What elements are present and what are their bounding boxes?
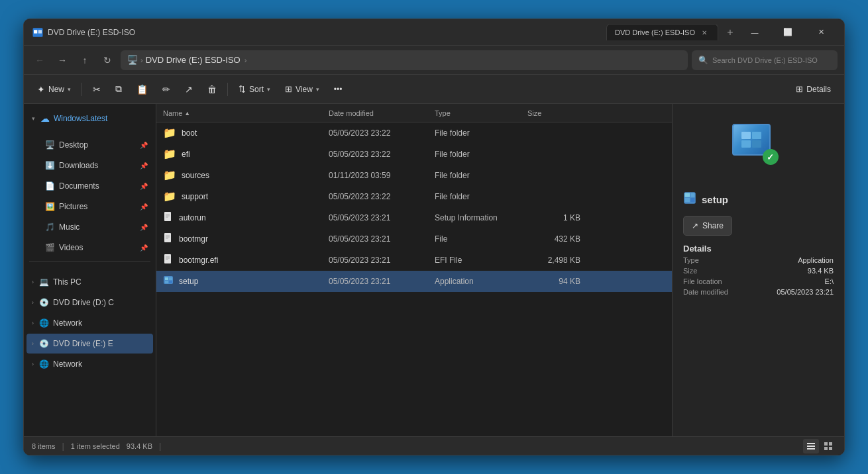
svg-rect-16 [165,277,168,280]
svg-rect-30 [824,447,828,450]
back-button[interactable]: ← [30,51,49,70]
sidebar-item-downloads[interactable]: ⬇️ Downloads 📌 [27,156,153,175]
table-row[interactable]: 📁support 05/05/2023 23:22 File folder [156,186,672,207]
tab-close-btn[interactable]: ✕ [699,27,710,38]
title-bar: DVD Drive (E:) ESD-ISO DVD Drive (E:) ES… [24,19,844,46]
active-tab[interactable]: DVD Drive (E:) ESD-ISO ✕ [606,24,718,40]
sidebar-item-dvd-e[interactable]: › 💿 DVD Drive (E:) E [27,334,153,354]
documents-icon: 📄 [45,181,55,191]
minimize-button[interactable]: — [739,23,770,42]
breadcrumb-path[interactable]: DVD Drive (E:) ESD-ISO [146,55,241,65]
more-button[interactable]: ••• [327,79,349,100]
table-row[interactable]: bootmgr 05/05/2023 23:21 File 432 KB [156,228,672,250]
breadcrumb-bar[interactable]: 🖥️ › DVD Drive (E:) ESD-ISO › [121,50,688,70]
sidebar-item-pictures[interactable]: 🖼️ Pictures 📌 [27,197,153,216]
new-tab-button[interactable]: + [721,23,739,42]
col-size-label: Size [527,109,541,117]
search-placeholder: Search DVD Drive (E:) ESD-ISO [712,56,818,64]
file-date: 01/11/2023 03:59 [329,171,435,180]
copy-button[interactable]: ⧉ [109,79,129,100]
delete-icon: 🗑 [207,84,217,95]
sidebar-item-videos[interactable]: 🎬 Videos 📌 [27,238,153,258]
sidebar-item-music[interactable]: 🎵 Music 📌 [27,217,153,237]
details-label: Details [806,85,831,94]
close-button[interactable]: ✕ [806,23,836,42]
new-dropdown-icon: ▾ [68,86,71,93]
file-name: setup [179,277,198,286]
sidebar-item-network-1[interactable]: › 🌐 Network [27,313,153,333]
svg-rect-11 [164,254,171,263]
sidebar-item-this-pc[interactable]: › 💻 This PC [27,272,153,292]
grid-view-button[interactable] [820,439,836,453]
file-type: Application [435,277,527,286]
details-panel-button[interactable]: ⊞ Details [789,79,838,100]
file-size: 2,498 KB [527,256,580,265]
view-button[interactable]: ⊞ View ▾ [278,79,326,100]
share-button[interactable]: ↗ [178,79,199,100]
file-date: 05/05/2023 23:21 [329,234,435,244]
cut-button[interactable]: ✂ [86,79,107,100]
chevron-icon-net1: › [32,320,34,326]
app-icon [163,275,174,288]
paste-button[interactable]: 📋 [130,79,154,100]
new-button[interactable]: ✦ New ▾ [30,79,78,100]
maximize-button[interactable]: ⬜ [773,23,803,42]
file-date: 05/05/2023 23:21 [329,213,435,222]
table-row[interactable]: 📁sources 01/11/2023 03:59 File folder [156,165,672,186]
file-list-area: Name ▲ Date modified Type Size 📁boot [156,104,672,436]
svg-rect-29 [829,442,832,446]
sidebar-item-documents[interactable]: 📄 Documents 📌 [27,176,153,196]
sidebar-item-dvd-d[interactable]: › 💿 DVD Drive (D:) C [27,293,153,312]
svg-rect-22 [690,193,694,197]
file-type: File folder [435,150,527,159]
sort-arrow-name: ▲ [184,110,190,117]
explorer-window: DVD Drive (E:) ESD-ISO DVD Drive (E:) ES… [23,19,845,455]
share-file-button[interactable]: ↗ Share [683,216,732,236]
table-row[interactable]: autorun 05/05/2023 23:21 Setup Informati… [156,207,672,228]
refresh-button[interactable]: ↻ [98,51,117,70]
sidebar-item-desktop[interactable]: 🖥️ Desktop 📌 [27,135,153,155]
sort-dropdown-icon: ▾ [267,86,270,93]
table-row[interactable]: setup 05/05/2023 23:21 Application 94 KB [156,271,672,292]
search-bar[interactable]: 🔍 Search DVD Drive (E:) ESD-ISO [692,50,838,70]
status-selection: 1 item selected [71,442,120,450]
details-filename: setup [683,191,834,208]
view-label: View [296,85,313,94]
file-date: 05/05/2023 23:22 [329,192,435,201]
sidebar-item-network-2[interactable]: › 🌐 Network [27,354,153,374]
delete-button[interactable]: 🗑 [201,79,223,100]
table-row[interactable]: 📁boot 05/05/2023 23:22 File folder [156,122,672,144]
details-table: Type Application Size 93.4 KB File locat… [683,256,834,296]
details-icon: ⊞ [796,84,803,94]
col-header-size[interactable]: Size [527,109,580,117]
file-name: boot [182,128,197,138]
sidebar-network2-label: Network [53,359,82,369]
svg-rect-21 [685,193,690,197]
col-header-name[interactable]: Name ▲ [163,109,329,117]
file-name: autorun [179,213,206,222]
details-section: Details Type Application Size 93.4 KB Fi… [683,244,834,296]
sort-button[interactable]: ⇅ Sort ▾ [232,79,277,100]
table-row[interactable]: 📁efi 05/05/2023 23:22 File folder [156,144,672,165]
pin-icon-pictures: 📌 [140,203,148,211]
view-toggle [803,439,836,453]
sidebar-item-windows-latest[interactable]: ▾ ☁ WindowsLatest [27,109,153,128]
svg-rect-23 [685,198,690,202]
preview-icon-container: ✓ [732,124,785,177]
col-header-type[interactable]: Type [435,109,527,117]
up-button[interactable]: ↑ [76,51,94,70]
sidebar-dvdd-label: DVD Drive (D:) C [53,298,114,307]
list-view-button[interactable] [803,439,819,453]
details-size-label: Size [683,267,728,275]
rename-button[interactable]: ✏ [156,79,177,100]
file-name: bootmgr [179,234,208,244]
file-date: 05/05/2023 23:21 [329,277,435,286]
table-row[interactable]: bootmgr.efi 05/05/2023 23:21 EFI File 2,… [156,250,672,271]
details-panel: ✓ setup ↗ [672,104,844,436]
desktop-icon: 🖥️ [45,140,55,150]
forward-button[interactable]: → [53,51,72,70]
new-label: New [48,85,64,94]
chevron-icon-net2: › [32,361,34,367]
col-header-date[interactable]: Date modified [329,109,435,117]
dvd-e-icon: 💿 [39,339,49,348]
